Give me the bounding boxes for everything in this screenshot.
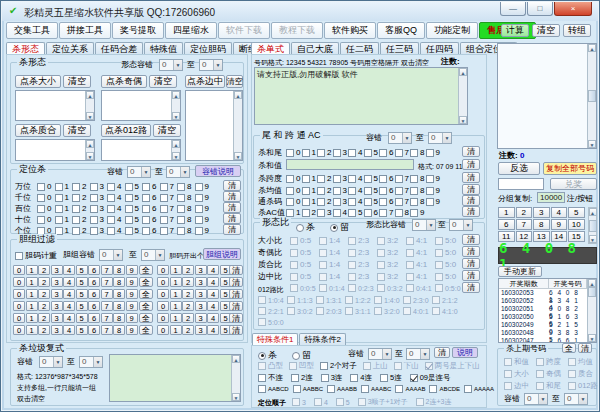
digit-checkbox[interactable]: 9 [195,226,213,235]
scroll-down-icon[interactable]: ▼ [172,152,180,160]
digit-checkbox[interactable]: 0 [37,204,55,213]
scroll-up-icon[interactable]: ▲ [232,355,240,363]
scroll-up-icon[interactable]: ▲ [234,91,242,99]
clear-button[interactable]: 清空 [153,124,181,137]
digit-button[interactable]: 8 [113,301,125,311]
scroll-up-icon[interactable]: ▲ [588,279,596,287]
danma-jizhong-checkbox[interactable]: 胆码计重 [15,250,57,261]
digit-checkbox[interactable]: 3 [90,215,108,224]
count-button[interactable]: 1 [170,313,182,323]
toolbar-button[interactable]: 奖号提取 [112,22,164,39]
select-all-button[interactable]: 全 [562,343,576,353]
digit-button[interactable]: 1 [26,289,38,299]
special-checkbox[interactable]: 3顺子+1对子 [358,397,408,407]
digit-button[interactable]: 5 [76,277,88,287]
special-checkbox[interactable]: AAABB [327,385,357,393]
page-button[interactable]: 4 [551,207,568,218]
table-row[interactable]: 1603020489 3 8 3 5 [499,329,596,337]
minimize-button[interactable]: — [500,2,526,16]
special-checkbox[interactable]: 4 [314,398,328,406]
ratio-checkbox[interactable]: 2:3 [348,248,370,257]
special-checkbox[interactable]: AABCD [258,385,289,393]
count-button[interactable]: 0 [157,277,169,287]
combo-arrow-icon[interactable]: ▼ [426,220,435,230]
ratio-checkbox[interactable]: 1:1:3 [287,296,312,304]
ratio-checkbox[interactable]: 4:1 [406,272,428,281]
result-listbox[interactable]: ▲▼ [497,43,597,149]
ratio-checkbox[interactable]: 1:4:0 [374,296,399,304]
clear-row-button[interactable]: 清 [462,270,480,281]
table-row[interactable]: 1603020510 0 8 2 6 [499,305,596,313]
count-button[interactable]: 1 [170,325,182,335]
digit-button[interactable]: 7 [101,313,113,323]
ratio-checkbox[interactable]: 2:3 [348,236,370,245]
special-checkbox[interactable]: 5 [336,398,350,406]
count-button[interactable]: 3 [195,265,207,275]
clear-row-button[interactable]: 清 [462,282,480,293]
digit-checkbox[interactable]: 9 [195,193,213,202]
ratio-checkbox[interactable]: 1:4 [319,272,341,281]
ratio-checkbox[interactable]: 0:5 [290,248,312,257]
toolbar-button[interactable]: 客服QQ [377,22,425,39]
digit-checkbox[interactable]: 8 [177,193,195,202]
digit-button[interactable]: 4 [63,265,75,275]
digit-button[interactable]: 9 [126,289,138,299]
shangqi-checkbox[interactable]: 大小 [504,369,529,379]
digit-checkbox[interactable]: 1 [302,197,318,206]
table-row[interactable]: 1603020536 4 0 8 1 [499,289,596,297]
digit-checkbox[interactable]: 2 [317,148,333,157]
calculate-button[interactable]: 计算 [501,24,529,37]
digit-checkbox[interactable]: 7 [160,182,178,191]
xingtaibi-rongcuo-to-combo[interactable]: 0▼ [449,219,473,231]
ratio-checkbox[interactable]: 3:2 [377,248,399,257]
count-button[interactable]: 1 [170,277,182,287]
xingtaibi-rongcuo-from-combo[interactable]: 0▼ [412,219,436,231]
digit-checkbox[interactable]: 8 [410,186,426,195]
digit-button[interactable]: 2 [38,265,50,275]
digit-checkbox[interactable]: 9 [426,197,442,206]
ratio-checkbox[interactable]: 2:3 [348,272,370,281]
count-button[interactable]: 0 [157,313,169,323]
digit-checkbox[interactable]: 5 [364,148,380,157]
digit-button[interactable]: 9 [126,325,138,335]
digit-checkbox[interactable]: 4 [348,186,364,195]
count-button[interactable]: 2 [182,277,194,287]
shangqi-checkbox[interactable]: 奇偶 [536,369,561,379]
special-checkbox[interactable]: 不连 [258,373,283,383]
digit-checkbox[interactable]: 3 [317,208,333,217]
digit-button[interactable]: 8 [113,289,125,299]
ratio-checkbox[interactable]: 2:3:0 [403,296,428,304]
count-button[interactable]: 0 [157,325,169,335]
ratio-checkbox[interactable]: 0:0:5 [290,284,315,292]
clear-row-button[interactable]: 清 [462,258,480,269]
group-copy-size-input[interactable]: 10000 [537,192,565,203]
digit-checkbox[interactable]: 1 [55,204,73,213]
title-bar[interactable]: ✔ 彩精灵五星缩水软件共享版 QQ:172606960 — □ × [2,2,598,21]
clear-row-button[interactable]: 清 [223,224,241,235]
combo-arrow-icon[interactable]: ▼ [93,357,102,367]
special-checkbox[interactable]: 2连 [291,373,313,383]
xingtaibi-keep-radio[interactable]: 留 [330,221,349,234]
special-checkbox[interactable]: 2连+3连 [416,397,452,407]
clear-button[interactable]: 清空 [226,75,243,88]
special-checkbox[interactable]: 上山 [363,361,388,371]
clear-button[interactable]: 清空 [63,75,91,88]
ratio-checkbox[interactable]: 3:2 [377,236,399,245]
special-checkbox[interactable]: 4连 [350,373,372,383]
combo-arrow-icon[interactable]: ▼ [173,60,182,70]
digit-checkbox[interactable]: 5 [125,226,143,235]
sha-hezhi-input[interactable] [286,159,414,170]
clear-row-button[interactable]: 清 [229,277,243,287]
digit-checkbox[interactable]: 2 [72,182,90,191]
dian-sha-daxiao-button[interactable]: 点杀大小 [15,75,61,88]
digit-button[interactable]: 6 [88,301,100,311]
weihekua-rongcuo-to-combo[interactable]: 0▼ [428,132,452,144]
digit-checkbox[interactable]: 2 [302,208,318,217]
ratio-checkbox[interactable]: 4:0:1 [403,307,428,315]
digit-checkbox[interactable]: 1 [302,174,318,183]
digit-checkbox[interactable]: 6 [142,204,160,213]
digit-checkbox[interactable]: 9 [195,215,213,224]
combo-arrow-icon[interactable]: ▼ [141,167,150,177]
ratio-checkbox[interactable]: 1:4 [319,260,341,269]
ratio-checkbox[interactable]: 5:0:0 [258,318,283,326]
